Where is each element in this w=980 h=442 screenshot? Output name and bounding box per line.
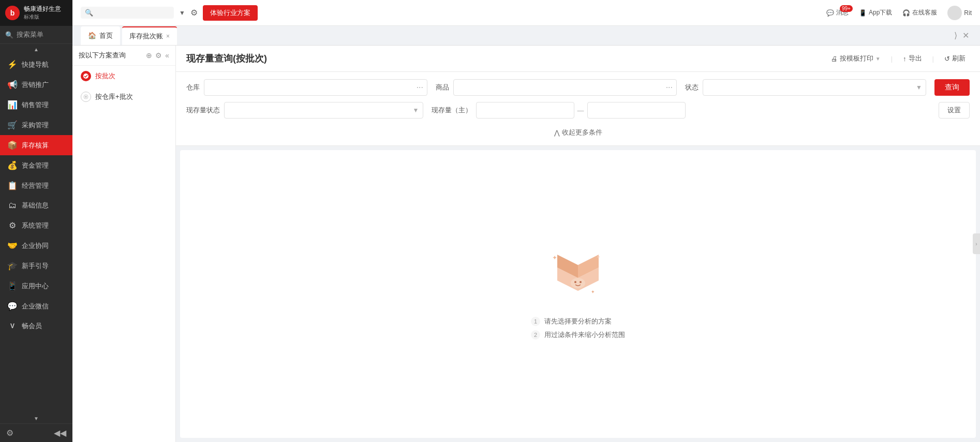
main: 🔍 ▼ ⚙ 体验行业方案 💬 消息 99+ 📱 App下载 🎧 在线客服 Rit	[72, 0, 980, 442]
topbar-dropdown-chevron[interactable]: ▼	[179, 9, 185, 17]
collapse-more-btn[interactable]: ⋀ 收起更多条件	[186, 125, 970, 138]
export-btn[interactable]: ↑ 导出	[899, 52, 926, 65]
tab-home[interactable]: 🏠 首页	[81, 26, 120, 45]
sidebar-item-appstore[interactable]: 📱 应用中心	[0, 276, 72, 296]
sidebar-item-wechat[interactable]: 💬 企业微信	[0, 296, 72, 316]
appstore-icon: 📱	[7, 281, 18, 291]
app-download-action[interactable]: 📱 App下载	[859, 8, 892, 17]
stock-qty-range: —	[476, 102, 686, 119]
empty-svg: ✦ ✦ ✦	[547, 244, 609, 306]
sidebar-item-quick[interactable]: ⚡ 快捷导航	[0, 54, 72, 75]
page-title: 现存量查询(按批次)	[186, 52, 267, 71]
settings-btn[interactable]: 设置	[939, 102, 970, 119]
sidebar-item-marketing[interactable]: 📢 营销推广	[0, 75, 72, 95]
sidebar-item-label: 企业协同	[22, 241, 49, 251]
filter-area: 仓库 ··· 商品 ···	[176, 72, 980, 146]
tab-expand-icon[interactable]: ⟩	[954, 31, 957, 40]
sidebar-nav: ⚡ 快捷导航 📢 营销推广 📊 销售管理 🛒 采购管理 📦 库存核算 💰 资金管…	[0, 54, 72, 413]
online-service-action[interactable]: 🎧 在线客服	[902, 8, 937, 17]
username: Rit	[964, 9, 972, 17]
tab-close-icon[interactable]: ×	[166, 33, 170, 40]
status-select[interactable]	[703, 79, 926, 96]
topbar-search-box[interactable]: 🔍	[81, 7, 174, 19]
topbar-search-input[interactable]	[96, 9, 158, 17]
svg-point-7	[574, 281, 576, 283]
goods-dots[interactable]: ···	[666, 83, 673, 92]
sidebar-item-label: 资金管理	[22, 161, 49, 170]
collapse-label: 收起更多条件	[562, 128, 602, 137]
print-dropdown-icon: ▼	[875, 56, 881, 62]
filter-row-1: 仓库 ··· 商品 ···	[186, 79, 970, 96]
topbar: 🔍 ▼ ⚙ 体验行业方案 💬 消息 99+ 📱 App下载 🎧 在线客服 Rit	[72, 0, 980, 26]
sidebar-item-sales[interactable]: 📊 销售管理	[0, 95, 72, 115]
sidebar-item-label: 新手引导	[22, 261, 49, 271]
avatar	[947, 6, 962, 20]
scheme-item-batch[interactable]: 按批次	[72, 66, 175, 86]
sidebar-item-enterprise[interactable]: 🤝 企业协同	[0, 235, 72, 256]
trial-btn[interactable]: 体验行业方案	[203, 5, 258, 21]
right-scroll-hint[interactable]: ›	[973, 233, 980, 254]
topbar-gear-icon[interactable]: ⚙	[190, 8, 198, 18]
svg-point-8	[580, 281, 582, 283]
user-profile[interactable]: Rit	[947, 6, 972, 20]
sidebar-item-label: 营销推广	[22, 80, 49, 90]
refresh-btn[interactable]: ↺ 刷新	[940, 52, 970, 65]
query-btn[interactable]: 查询	[934, 79, 970, 96]
scheme-warehouse-batch-label: 按仓库+批次	[95, 92, 133, 101]
sidebar-item-label: 系统管理	[22, 221, 49, 230]
sidebar-item-finance[interactable]: 💰 资金管理	[0, 155, 72, 175]
warehouse-dots[interactable]: ···	[417, 83, 423, 92]
sidebar-item-label: 应用中心	[22, 282, 49, 291]
sidebar-scroll-up[interactable]: ▲	[0, 44, 72, 54]
page-actions: 🖨 按模板打印 ▼ | ↑ 导出 | ↺ 刷新	[827, 52, 970, 71]
newbie-icon: 🎓	[7, 261, 18, 271]
app-name: 畅康通好生意	[24, 5, 61, 13]
filter-stock-qty: 现存量（主） —	[432, 102, 686, 119]
tab-home-label: 首页	[99, 31, 113, 40]
tab-bar-close-btn[interactable]: ✕	[959, 30, 972, 42]
sidebar-item-system[interactable]: ⚙ 系统管理	[0, 215, 72, 235]
sidebar-item-newbie[interactable]: 🎓 新手引导	[0, 256, 72, 276]
refresh-label: 刷新	[952, 54, 966, 63]
sidebar: b 畅康通好生意 标准版 🔍 搜索菜单 ▲ ⚡ 快捷导航 📢 营销推广 📊 销售…	[0, 0, 72, 442]
empty-tip-2: 2 用过滤条件来缩小分析范围	[531, 330, 625, 340]
topbar-actions: 💬 消息 99+ 📱 App下载 🎧 在线客服 Rit	[826, 6, 972, 20]
sidebar-item-basic[interactable]: 🗂 基础信息	[0, 196, 72, 215]
warehouse-label: 仓库	[186, 83, 200, 92]
settings-bottom-icon[interactable]: ⚙	[6, 428, 13, 438]
stock-status-select[interactable]	[224, 102, 423, 119]
filter-row-2: 现存量状态 ▼ 现存量（主） —	[186, 102, 970, 119]
left-panel-title: 按以下方案查询	[79, 51, 126, 60]
sidebar-item-member[interactable]: V 畅会员	[0, 316, 72, 336]
warehouse-input[interactable]	[204, 79, 427, 96]
stock-qty-min-input[interactable]	[476, 102, 574, 119]
filter-warehouse: 仓库 ···	[186, 79, 427, 96]
empty-tip-1: 1 请先选择要分析的方案	[531, 317, 625, 326]
collapse-sidebar-icon[interactable]: ◀◀	[54, 428, 66, 438]
sidebar-item-operation[interactable]: 📋 经营管理	[0, 175, 72, 196]
sidebar-scroll-down[interactable]: ▼	[0, 413, 72, 423]
sidebar-item-label: 基础信息	[22, 201, 49, 210]
add-scheme-icon[interactable]: ⊕	[146, 51, 152, 60]
settings-scheme-icon[interactable]: ⚙	[155, 51, 162, 60]
messages-action[interactable]: 💬 消息 99+	[826, 8, 849, 17]
empty-illustration: ✦ ✦ ✦	[547, 244, 609, 306]
print-btn[interactable]: 🖨 按模板打印 ▼	[827, 52, 885, 65]
member-icon: V	[7, 322, 18, 330]
sidebar-item-purchase[interactable]: 🛒 采购管理	[0, 115, 72, 135]
search-icon: 🔍	[85, 9, 93, 17]
sidebar-search[interactable]: 🔍 搜索菜单	[0, 26, 72, 44]
home-icon: 🏠	[88, 32, 96, 39]
online-service-label: 在线客服	[912, 8, 937, 17]
tab-inventory-batch[interactable]: 库存批次账 ×	[122, 26, 177, 45]
scheme-item-warehouse-batch[interactable]: 按仓库+批次	[72, 86, 175, 107]
goods-input[interactable]	[453, 79, 677, 96]
tabbar: 🏠 首页 库存批次账 × ⟩ ✕	[72, 26, 980, 46]
print-icon: 🖨	[831, 55, 838, 63]
stock-qty-max-input[interactable]	[587, 102, 686, 119]
collapse-panel-icon[interactable]: «	[165, 51, 169, 60]
empty-tip-1-label: 请先选择要分析的方案	[544, 317, 612, 326]
stock-status-select-wrapper: ▼	[224, 102, 423, 119]
sidebar-item-label: 库存核算	[22, 141, 49, 150]
sidebar-item-inventory[interactable]: 📦 库存核算	[0, 135, 72, 155]
